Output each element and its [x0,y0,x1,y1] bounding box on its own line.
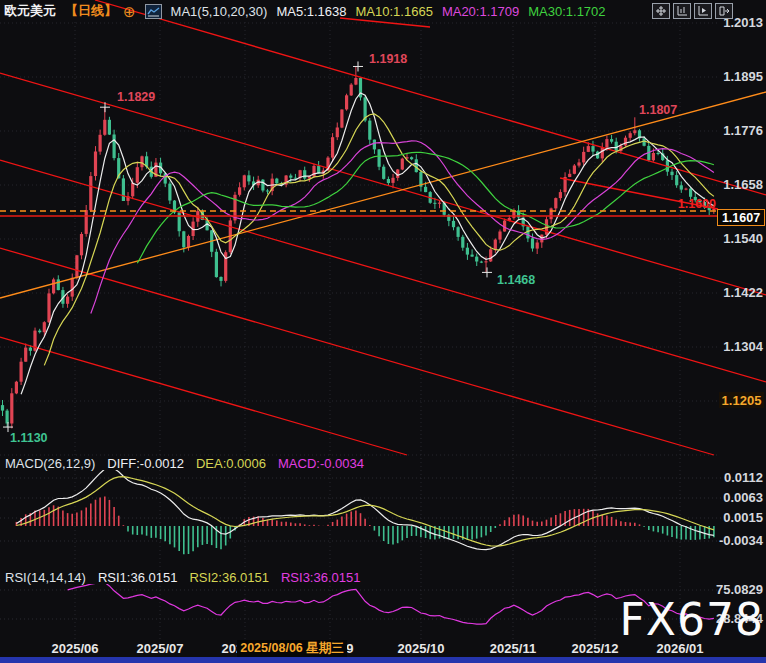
axis-bars-icon [676,5,688,17]
ma-params-label: MA1(5,10,20,30) [171,4,268,19]
ma20-value: MA20:1.1709 [442,4,519,19]
ma30-value: MA30:1.1702 [528,4,605,19]
chart-canvas[interactable] [0,0,766,663]
chart-type-icon[interactable] [145,4,162,19]
alert-price-label: 1.1205 [719,392,764,408]
current-price-box: 1.1607 [717,209,765,226]
trendlines-layer [0,0,766,455]
macd-diff-value: DIFF:-0.0012 [107,456,184,471]
rsi1-value: RSI1:36.0151 [98,570,178,585]
price-annotation: 1.1130 [10,431,48,446]
x-axis-label: 2025/07 [137,641,184,656]
add-overlay-icon[interactable]: ⊕ [123,4,136,19]
selected-date-label: 2025/08/06 星期三 [237,640,347,657]
macd-axis-label: 0.0112 [700,470,763,485]
y-axis-label: 1.1540 [700,231,763,246]
rsi-layer [68,583,714,625]
macd-axis-label: 0.0063 [700,490,763,505]
watermark: FX678 [620,594,764,645]
rsi-title: RSI(14,14,14) [5,570,86,585]
ma10-value: MA10:1.1665 [356,4,433,19]
price-annotation: 1.1468 [497,273,535,288]
ma-lines-layer [21,93,714,394]
rsi3-value: RSI3:36.0151 [281,570,361,585]
macd-axis-label: 0.0015 [700,510,763,525]
price-annotation: 1.1918 [369,52,407,67]
mini-line-chart-icon [147,6,160,17]
trading-chart-app: 欧元美元 【日线】 ⊕ MA1(5,10,20,30) MA5:1.1638 M… [0,0,766,663]
price-annotation: 1.1807 [639,103,677,118]
x-axis-label: 2025/10 [398,641,445,656]
macd-layer [16,468,714,555]
y-axis-label: 1.1422 [700,285,763,300]
macd-macd-value: MACD:-0.0034 [278,456,364,471]
x-axis-label: 2025/12 [572,641,619,656]
toolbar: 欧元美元 【日线】 ⊕ MA1(5,10,20,30) MA5:1.1638 M… [4,0,606,22]
macd-title: MACD(26,12,9) [5,456,95,471]
exit-arrow-icon [718,5,730,17]
crosshair-move-button[interactable] [652,3,670,19]
toolbar-actions [652,3,733,19]
bottom-scrollbar[interactable] [0,657,766,663]
rsi-header: RSI(14,14,14) RSI1:36.0151 RSI2:36.0151 … [5,570,360,585]
candles-layer [1,67,716,429]
y-axis-label: 1.1304 [700,339,763,354]
pan-right-button[interactable] [715,3,733,19]
axis-play-icon [697,5,709,17]
period-selector[interactable]: 【日线】 [65,2,117,20]
price-annotation: 1.1829 [117,90,155,105]
ma5-value: MA5:1.1638 [276,4,346,19]
x-axis-label: 2025/06 [52,641,99,656]
price-annotation: 1.1600 [650,197,716,212]
y-axis-label: 1.1895 [700,69,763,84]
macd-dea-value: DEA:0.0006 [196,456,266,471]
y-axis-label: 1.1776 [700,123,763,138]
zoom-axis-button[interactable] [673,3,691,19]
play-forward-button[interactable] [694,3,712,19]
rsi2-value: RSI2:36.0151 [189,570,269,585]
symbol-name: 欧元美元 [4,2,56,20]
move-cross-icon [655,5,667,17]
x-axis-label: 2025/11 [490,641,536,656]
macd-axis-label: -0.0034 [700,533,763,548]
y-axis-label: 1.1658 [700,177,763,192]
overlay-layer [0,61,718,432]
macd-header: MACD(26,12,9) DIFF:-0.0012 DEA:0.0006 MA… [5,456,364,471]
